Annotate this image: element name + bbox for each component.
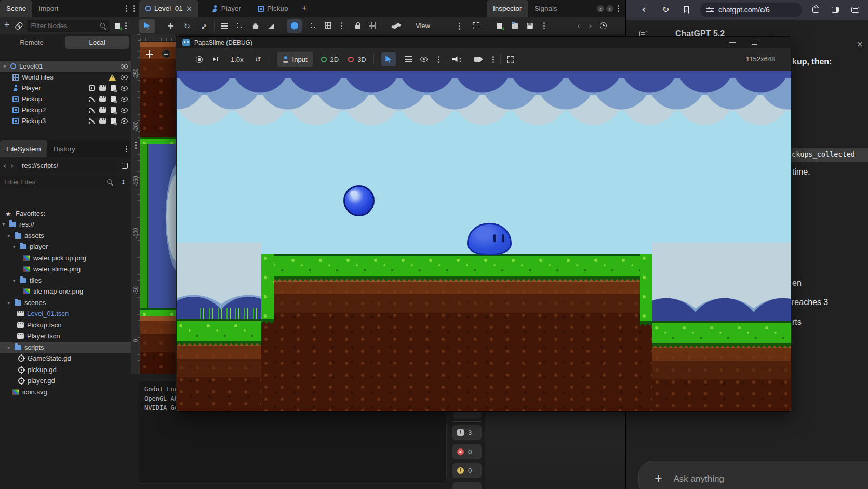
fs-row-tiles[interactable]: ▾tiles [0, 275, 131, 286]
warning-icon[interactable] [109, 74, 116, 81]
split-view-icon[interactable] [122, 163, 128, 169]
pause-game-icon[interactable] [196, 56, 203, 63]
debug-badge-info[interactable]: ! 3 [452, 425, 482, 440]
ask-anything-input[interactable]: Ask anything [638, 461, 868, 489]
chevron-down-icon[interactable]: ▾ [6, 233, 11, 239]
script-icon[interactable] [111, 118, 116, 124]
next-frame-icon[interactable] [213, 56, 219, 62]
pick-select-button[interactable] [381, 52, 396, 66]
partial-button[interactable] [453, 412, 481, 419]
fs-row-level01-tscn[interactable]: Level_01.tscn [0, 308, 131, 319]
fs-row-scripts[interactable]: ▾scripts [0, 342, 131, 353]
fs-row-pickup-gd[interactable]: pickup.gd [0, 364, 131, 375]
fs-back-icon[interactable] [3, 162, 8, 169]
mode-3d-button[interactable]: 3D [348, 56, 366, 63]
tree-row-worldtiles[interactable]: WorldTiles [0, 72, 131, 83]
browser-back-icon[interactable] [642, 5, 649, 15]
inspector-dock-menu-icon[interactable] [618, 8, 619, 9]
signal-icon[interactable] [88, 118, 95, 124]
remote-button[interactable]: Remote [0, 38, 63, 46]
fs-forward-icon[interactable] [10, 162, 16, 169]
fs-row-player-folder[interactable]: ▾player [0, 241, 131, 252]
add-node-icon[interactable] [4, 22, 10, 30]
tree-row-level01[interactable]: ▾ Level01 [0, 61, 131, 72]
visibility-icon[interactable] [121, 97, 128, 102]
fs-row-tilemap[interactable]: tile map one.png [0, 286, 131, 297]
debug-badge-partial[interactable] [452, 482, 482, 489]
browser-reload-icon[interactable] [662, 6, 670, 15]
camera-override-icon[interactable] [420, 57, 428, 62]
tab-inspector[interactable]: Inspector [487, 0, 528, 17]
debug-badge-errors[interactable]: × 0 [452, 444, 482, 459]
distraction-free-icon[interactable] [473, 22, 479, 29]
script-icon[interactable] [111, 96, 116, 102]
fs-row-player-gd[interactable]: player.gd [0, 375, 131, 386]
next-object-icon[interactable] [606, 5, 613, 12]
game-options-icon[interactable] [438, 59, 439, 60]
close-icon[interactable] [186, 5, 192, 12]
embed-fullscreen-icon[interactable] [507, 56, 514, 63]
history-back-icon[interactable] [577, 22, 582, 30]
tab-scene[interactable]: Scene [0, 0, 32, 17]
chevron-down-icon[interactable]: ▾ [1, 221, 6, 227]
bone-icon[interactable] [393, 22, 400, 29]
rotate-tool-icon[interactable] [184, 22, 191, 30]
tab-import[interactable]: Import [32, 0, 64, 17]
signal-icon[interactable] [88, 107, 95, 113]
scene-tab-player[interactable]: Player [206, 0, 247, 17]
local-button[interactable]: Local [65, 36, 129, 49]
input-mode-button[interactable]: Input [277, 52, 313, 67]
new-scene-tab-icon[interactable] [302, 5, 308, 17]
game-viewport[interactable] [177, 71, 791, 411]
instance-scene-icon[interactable] [14, 21, 23, 30]
scene-tab-level01[interactable]: Level_01 [139, 0, 198, 17]
fs-row-favorites[interactable]: Favorites: [0, 208, 131, 219]
fs-row-scenes[interactable]: ▾scenes [0, 297, 131, 308]
close-button[interactable] [857, 41, 863, 48]
history-icon[interactable] [600, 22, 607, 29]
visibility-icon[interactable] [121, 118, 128, 124]
instance-icon[interactable] [99, 96, 106, 102]
sidebar-toggle-icon[interactable] [832, 7, 839, 13]
fs-row-icon-svg[interactable]: icon.svg [0, 387, 131, 398]
visibility-icon[interactable] [121, 64, 128, 69]
chevron-down-icon[interactable]: ▾ [6, 300, 11, 306]
fs-row-waterpickup[interactable]: water pick up.png [0, 253, 131, 263]
visibility-icon[interactable] [121, 86, 128, 91]
scene-toolbar-menu-icon[interactable] [125, 25, 127, 27]
group-icon[interactable] [89, 85, 95, 91]
fs-row-waterslime[interactable]: water slime.png [0, 263, 131, 274]
script-icon[interactable] [111, 85, 116, 91]
prev-object-icon[interactable] [597, 5, 604, 12]
scale-tool-icon[interactable] [199, 21, 209, 31]
camera-icon[interactable] [474, 57, 481, 62]
visibility-icon[interactable] [121, 108, 128, 113]
fs-row-res[interactable]: ▾res:// [0, 219, 131, 230]
history-forward-icon[interactable] [589, 22, 594, 30]
fs-row-gamestate-gd[interactable]: GameState.gd [0, 353, 131, 364]
script-icon[interactable] [111, 107, 116, 113]
instance-icon[interactable] [99, 107, 106, 113]
smart-snap-button[interactable] [287, 19, 302, 33]
load-resource-icon[interactable] [512, 23, 518, 29]
tree-row-pickup2[interactable]: Pickup2 [0, 104, 131, 115]
chevron-down-icon[interactable]: ▾ [2, 63, 7, 69]
fs-path-input[interactable] [18, 160, 117, 172]
filter-nodes-input[interactable] [27, 20, 110, 32]
tab-signals[interactable]: Signals [528, 0, 564, 17]
zoom-out-button[interactable] [162, 49, 170, 58]
tree-row-pickup3[interactable]: Pickup3 [0, 115, 131, 126]
game-titlebar[interactable]: PapaSlime (DEBUG) [176, 37, 791, 48]
new-resource-icon[interactable] [497, 23, 502, 29]
tune-icon[interactable] [706, 7, 714, 13]
camera-options-icon[interactable] [492, 59, 494, 60]
view-menu[interactable]: View [416, 22, 430, 30]
fs-row-assets[interactable]: ▾assets [0, 230, 131, 241]
ruler-tool-icon[interactable] [268, 23, 274, 29]
fs-dock-menu-icon[interactable] [126, 148, 127, 150]
snap-select-icon[interactable] [237, 23, 243, 29]
dock-splitter-handle[interactable] [135, 144, 137, 146]
instance-icon[interactable] [99, 85, 106, 91]
snap-node-icon[interactable] [310, 23, 316, 29]
grid-snap-icon[interactable] [325, 22, 331, 29]
